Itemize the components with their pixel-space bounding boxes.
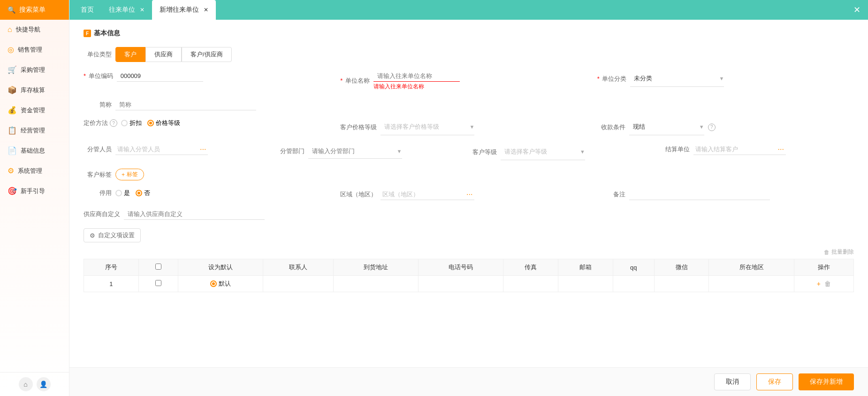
add-tag-button[interactable]: + 标签 <box>115 169 144 180</box>
btn-supplier[interactable]: 供应商 <box>145 47 182 62</box>
customer-level-select[interactable]: 请选择客户等级 ▼ <box>501 144 585 160</box>
sidebar-home-btn[interactable]: ⌂ <box>19 377 33 391</box>
th-default: 设为默认 <box>178 259 263 276</box>
radio-yes[interactable]: 是 <box>115 189 130 197</box>
custom-settings-button[interactable]: ⚙ 自定义项设置 <box>84 228 141 242</box>
row-checkbox[interactable] <box>155 280 161 286</box>
radio-discount-circle <box>121 120 128 126</box>
sidebar-item-quick-nav[interactable]: ⌂ 快捷导航 <box>0 20 69 39</box>
sidebar-item-finance[interactable]: 💰 资金管理 <box>0 100 69 120</box>
sidebar-search[interactable]: 🔍 搜索菜单 <box>0 0 69 20</box>
sidebar-item-label: 资金管理 <box>21 106 45 115</box>
close-all-tabs-button[interactable]: ✕ <box>850 5 864 15</box>
delete-row-button[interactable]: 🗑 <box>824 280 831 287</box>
section-title: F 基本信息 <box>84 29 854 38</box>
pricing-method-help-icon[interactable]: ? <box>110 119 117 127</box>
unit-name-input[interactable] <box>373 70 460 82</box>
unit-code-input[interactable] <box>117 70 203 82</box>
sidebar-item-operations[interactable]: 📋 经营管理 <box>0 120 69 140</box>
batch-delete-button[interactable]: 🗑 批量删除 <box>824 248 854 256</box>
supplier-custom-input[interactable] <box>124 209 265 220</box>
sidebar-item-system[interactable]: ⚙ 系统管理 <box>0 161 69 181</box>
sidebar-user-btn[interactable]: 👤 <box>37 377 51 391</box>
manager-more-btn[interactable]: ··· <box>198 144 208 155</box>
remark-input[interactable] <box>629 189 770 200</box>
unit-type-label: 单位类型 <box>84 50 112 59</box>
tab-bar: 首页 往来单位 ✕ 新增往来单位 ✕ ✕ <box>69 0 868 20</box>
td-seq: 1 <box>84 276 139 292</box>
payment-terms-help-icon[interactable]: ? <box>708 124 716 131</box>
region-more-btn[interactable]: ··· <box>464 189 474 200</box>
customer-price-level-select[interactable]: 请选择客户价格等级 ▼ <box>381 119 474 135</box>
field-customer-tag: 客户标签 + 标签 <box>84 169 840 180</box>
form-row-short-name: 简称 <box>84 99 854 110</box>
row-default-radio[interactable]: 默认 <box>183 280 258 288</box>
radio-discount-label: 折扣 <box>129 119 142 127</box>
home-icon: ⌂ <box>8 25 12 34</box>
department-select[interactable]: ▼ <box>308 144 402 159</box>
th-wechat: 微信 <box>654 259 709 276</box>
payment-terms-chevron-icon: ▼ <box>699 124 704 130</box>
td-wechat <box>654 276 709 292</box>
department-input[interactable] <box>308 146 395 156</box>
btn-both[interactable]: 客户/供应商 <box>182 47 232 62</box>
radio-discount[interactable]: 折扣 <box>121 119 142 127</box>
radio-price-level[interactable]: 价格等级 <box>147 119 180 127</box>
customer-price-level-placeholder: 请选择客户价格等级 <box>381 121 467 133</box>
sidebar-item-inventory[interactable]: 📦 库存核算 <box>0 80 69 100</box>
customer-tag-label: 客户标签 <box>84 171 112 179</box>
batch-delete-label: 批量删除 <box>831 248 854 256</box>
region-input[interactable] <box>381 189 464 200</box>
th-qq: qq <box>613 259 654 276</box>
field-manager: 分管人员 ··· <box>84 144 262 155</box>
radio-yes-circle <box>115 190 122 196</box>
btn-customer[interactable]: 客户 <box>115 47 145 62</box>
manager-input[interactable] <box>115 144 198 155</box>
purchase-icon: 🛒 <box>8 65 17 74</box>
add-row-button[interactable]: + <box>817 280 821 287</box>
field-region: 区域（地区） ··· <box>340 189 583 200</box>
tab-home[interactable]: 首页 <box>73 0 101 20</box>
select-all-checkbox[interactable] <box>155 264 161 270</box>
save-and-new-button[interactable]: 保存并新增 <box>799 373 854 390</box>
sidebar-item-label: 销售管理 <box>18 46 42 54</box>
sidebar-item-purchase[interactable]: 🛒 采购管理 <box>0 60 69 80</box>
unit-category-label: * 单位分类 <box>597 75 627 83</box>
field-unit-name: * 单位名称 请输入往来单位名称 <box>340 70 583 91</box>
system-icon: ⚙ <box>8 166 14 175</box>
sidebar-item-sales[interactable]: ◎ 销售管理 <box>0 39 69 60</box>
unit-category-value: 未分类 <box>630 72 717 85</box>
unit-category-chevron-icon: ▼ <box>719 76 724 81</box>
cancel-button[interactable]: 取消 <box>714 373 751 390</box>
payment-terms-select[interactable]: 现结 ▼ <box>629 119 704 135</box>
save-button[interactable]: 保存 <box>756 373 793 390</box>
field-payment-terms: 收款条件 现结 ▼ ? <box>597 119 840 135</box>
sidebar-item-label: 基础信息 <box>21 147 45 155</box>
form-footer: 取消 保存 保存并新增 <box>69 367 868 396</box>
section-title-text: 基本信息 <box>94 29 120 38</box>
tab-home-label: 首页 <box>81 6 94 14</box>
unit-category-select-wrapper[interactable]: 未分类 ▼ <box>630 70 724 87</box>
manager-label: 分管人员 <box>84 145 112 154</box>
sidebar-item-basic-info[interactable]: 📄 基础信息 <box>0 140 69 161</box>
field-customer-level: 客户等级 请选择客户等级 ▼ <box>469 144 647 160</box>
required-star-name: * <box>340 77 343 84</box>
settlement-unit-more-btn[interactable]: ··· <box>776 144 786 155</box>
short-name-input[interactable] <box>115 99 256 110</box>
supplier-custom-label: 供应商自定义 <box>84 210 120 218</box>
tab-close-business-unit[interactable]: ✕ <box>140 7 145 13</box>
radio-no[interactable]: 否 <box>136 189 150 197</box>
operations-icon: 📋 <box>8 126 17 135</box>
field-short-name: 简称 <box>84 99 840 110</box>
unit-name-label: * 单位名称 <box>340 77 370 85</box>
row-default-dot <box>212 282 215 285</box>
tab-new-unit[interactable]: 新增往来单位 ✕ <box>152 0 216 20</box>
tab-close-new-unit[interactable]: ✕ <box>204 7 208 13</box>
table-section: 🗑 批量删除 序号 设为默认 联系人 到货地址 电话号码 传真 邮箱 qq <box>84 248 854 292</box>
form-row-management: 分管人员 ··· 分管部门 ▼ 客户等级 请选择客户等级 ▼ <box>84 144 854 160</box>
tab-business-unit[interactable]: 往来单位 ✕ <box>101 0 152 20</box>
sidebar-item-guide[interactable]: 🎯 新手引导 <box>0 181 69 201</box>
td-qq <box>613 276 654 292</box>
settlement-unit-input[interactable] <box>693 144 776 155</box>
field-unit-code: * 单位编码 <box>84 70 326 82</box>
